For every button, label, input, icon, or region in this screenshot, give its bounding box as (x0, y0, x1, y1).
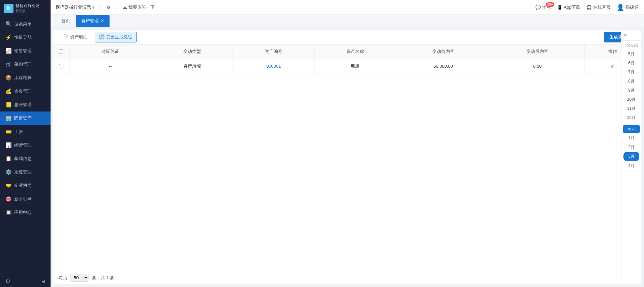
system-icon: ⚙️ (5, 169, 11, 175)
tab-asset-label: 资产管理 (81, 18, 99, 24)
ledger-icon: 📒 (5, 102, 11, 108)
delete-row-icon[interactable]: 🗑 (610, 63, 615, 69)
sidebar-item-ledger[interactable]: 📒 总账管理 (0, 98, 51, 111)
row-before-content: 50,000.00 (396, 59, 490, 73)
sidebar-item-funds[interactable]: 💰 资金管理 (0, 85, 51, 98)
user-menu[interactable]: 👤 畅捷通 (617, 4, 639, 11)
sub-tab-generate-label: 变更生成凭证 (106, 34, 132, 40)
sidebar-nav: 🔍 搜索菜单⚡ 快捷导航📈 销售管理🛒 采购管理📦 库存核算💰 资金管理📒 总账… (0, 17, 51, 275)
col-checkbox (53, 44, 69, 59)
sidebar-item-basic[interactable]: 📋 基础信息 (0, 152, 51, 165)
sidebar-label-sales: 销售管理 (14, 48, 32, 54)
timeline-month-2023-1月[interactable]: 1月 (621, 133, 641, 142)
total-count: 条，共 1 条 (92, 275, 114, 281)
experience-label: 我要体验一下 (128, 4, 155, 10)
sidebar-item-inventory[interactable]: 📦 库存核算 (0, 71, 51, 85)
timeline-month-2023-2月[interactable]: 2月 (621, 142, 641, 152)
sub-tab-asset-detail[interactable]: 📄 资产明细 (59, 32, 92, 42)
row-asset-code: 000001 (233, 59, 314, 73)
message-badge: 99+ (546, 2, 554, 7)
sidebar-item-apps[interactable]: 🔲 应用中心 (0, 206, 51, 219)
timeline-month-7月[interactable]: 7月 (621, 68, 641, 77)
tab-asset-management[interactable]: 资产管理 ✕ (76, 15, 110, 27)
right-panel-header: ✕ ⛶ (621, 30, 641, 41)
sidebar-item-business[interactable]: 📊 经营管理 (0, 138, 51, 152)
per-page-select[interactable]: 50 10 20 100 (70, 274, 89, 282)
timeline-month-6月[interactable]: 6月 (621, 59, 641, 68)
app-download-btn[interactable]: 📱 App下载 (557, 4, 580, 10)
timeline-year-header-prev: 2023.03 (621, 42, 641, 50)
sidebar-item-quicknav[interactable]: ⚡ 快捷导航 (0, 31, 51, 44)
sidebar-item-purchase[interactable]: 🛒 采购管理 (0, 58, 51, 71)
basic-icon: 📋 (5, 156, 11, 162)
sidebar-label-guide: 新手引导 (14, 196, 32, 202)
table-footer: 每页 50 10 20 100 条，共 1 条 (53, 271, 641, 284)
settings-btn[interactable]: ⚙ (106, 5, 111, 10)
timeline-month-10月[interactable]: 10月 (621, 95, 641, 104)
sidebar-label-system: 系统管理 (14, 169, 32, 175)
topbar: 医疗器械行业演示 ▾ | ⚙ | ☁ 我要体验一下 💬 消息 99+ 📱 App… (51, 0, 644, 15)
timeline-month-8月[interactable]: 8月 (621, 77, 641, 86)
sidebar-item-system[interactable]: ⚙️ 系统管理 (0, 165, 51, 179)
row-checkbox-cell (53, 59, 69, 73)
sidebar-label-search: 搜索菜单 (14, 21, 32, 27)
topbar-right: 💬 消息 99+ 📱 App下载 🎧 在线客服 👤 畅捷通 (535, 4, 639, 11)
guide-icon: 🎯 (5, 196, 11, 202)
row-after-content: 0.00 (490, 59, 584, 73)
sidebar-label-basic: 基础信息 (14, 156, 32, 162)
online-service-label: 在线客服 (593, 4, 611, 10)
timeline-separator (624, 124, 639, 124)
sidebar-toggle-icon[interactable]: ◀ (41, 279, 45, 284)
row-change-type: 资产清理 (151, 59, 233, 73)
company-selector[interactable]: 医疗器械行业演示 ▾ (56, 4, 95, 10)
sidebar-item-collab[interactable]: 🤝 企业协同 (0, 179, 51, 192)
sidebar-logo: 财 畅捷通好业财 普及版 (0, 0, 51, 17)
close-panel-icon[interactable]: ✕ (623, 32, 627, 38)
col-after-content: 变动后内容 (490, 44, 584, 59)
experience-btn[interactable]: ☁ 我要体验一下 (123, 4, 155, 10)
inventory-icon: 📦 (5, 75, 11, 81)
timeline-month-5月[interactable]: 5月 (621, 50, 641, 59)
sidebar-item-payroll[interactable]: 💳 工资 (0, 125, 51, 138)
col-change-type: 变动类型 (151, 44, 233, 59)
online-service-btn[interactable]: 🎧 在线客服 (586, 4, 611, 10)
sidebar-item-sales[interactable]: 📈 销售管理 (0, 44, 51, 58)
app-name: 畅捷通好业财 (16, 3, 40, 9)
row-asset-name: 电脑 (314, 59, 396, 73)
timeline-month-9月[interactable]: 9月 (621, 86, 641, 95)
search-icon: 🔍 (5, 21, 11, 27)
settings-icon[interactable]: ⚙ (5, 278, 10, 284)
timeline-month-12月[interactable]: 12月 (621, 113, 641, 122)
table-row: -- 资产清理 000001 电脑 50,000.00 0.00 🗑 (53, 59, 641, 73)
quicknav-icon: ⚡ (5, 34, 11, 40)
headset-icon: 🎧 (586, 5, 592, 10)
sidebar-item-search[interactable]: 🔍 搜索菜单 (0, 17, 51, 31)
avatar-icon: 👤 (617, 4, 624, 11)
timeline-month-11月[interactable]: 11月 (621, 104, 641, 113)
sidebar-label-business: 经营管理 (14, 142, 32, 148)
company-name: 医疗器械行业演示 (56, 4, 91, 10)
purchase-icon: 🛒 (5, 61, 11, 67)
sidebar-bottom: ⚙ ◀ (0, 275, 51, 287)
col-asset-code: 资产编号 (233, 44, 314, 59)
sidebar-item-fixedassets[interactable]: 🏢 固定资产 (0, 111, 51, 125)
dropdown-icon: ▾ (92, 5, 95, 10)
table-body: -- 资产清理 000001 电脑 50,000.00 0.00 🗑 (53, 59, 641, 73)
sales-icon: 📈 (5, 48, 11, 54)
detail-icon: 📄 (63, 34, 68, 39)
right-panel: ✕ ⛶ 2023.035月6月7月8月9月10月11月12月20231月2月3月… (621, 30, 641, 284)
tab-home[interactable]: 首页 (56, 15, 76, 27)
expand-panel-icon[interactable]: ⛶ (635, 32, 639, 38)
timeline-month-2023-3月[interactable]: 3月 (623, 152, 639, 161)
sub-tab-detail-label: 资产明细 (70, 34, 88, 40)
sub-tab-generate-voucher[interactable]: 🔄 变更生成凭证 (95, 32, 137, 42)
message-btn[interactable]: 💬 消息 99+ (535, 4, 551, 10)
timeline-month-2023-4月[interactable]: 4月 (621, 161, 641, 170)
tab-close-icon[interactable]: ✕ (101, 19, 104, 23)
select-all-checkbox[interactable] (59, 50, 63, 54)
main-area: 医疗器械行业演示 ▾ | ⚙ | ☁ 我要体验一下 💬 消息 99+ 📱 App… (51, 0, 644, 287)
row-checkbox[interactable] (59, 64, 63, 68)
sidebar-item-guide[interactable]: 🎯 新手引导 (0, 192, 51, 206)
fixedassets-icon: 🏢 (5, 115, 11, 121)
sidebar-label-inventory: 库存核算 (14, 75, 32, 81)
